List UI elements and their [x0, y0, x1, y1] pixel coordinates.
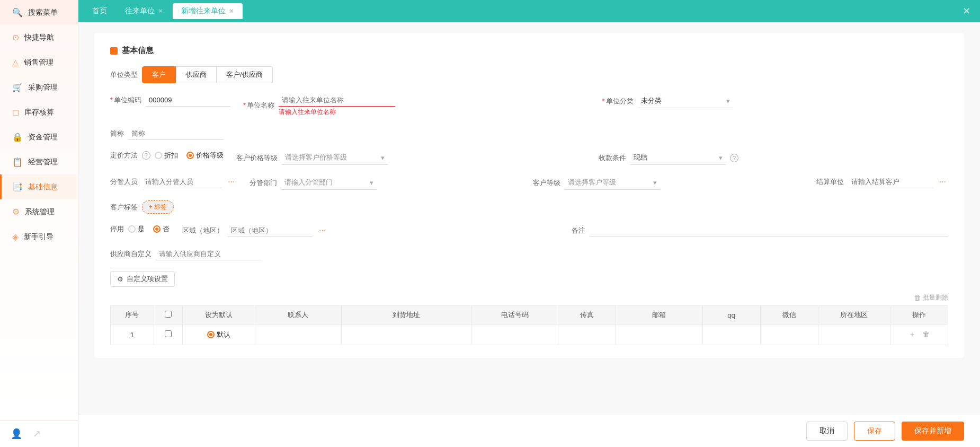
- sidebar-item-guide[interactable]: ◈ 新手引导: [0, 224, 78, 249]
- pricing-level-radio[interactable]: 价格等级: [186, 151, 224, 160]
- short-name-input[interactable]: [128, 127, 224, 140]
- payment-terms-select[interactable]: 现结 ▾: [630, 151, 726, 165]
- manager-more-btn[interactable]: ···: [226, 177, 237, 187]
- chevron-down-icon: ▾: [370, 179, 373, 187]
- sidebar-item-sales[interactable]: △ 销售管理: [0, 50, 78, 75]
- contact-input[interactable]: [261, 331, 336, 339]
- payment-info-icon[interactable]: ?: [730, 154, 738, 162]
- qq-input[interactable]: [708, 331, 755, 339]
- unit-btn-both[interactable]: 客户/供应商: [217, 66, 273, 83]
- unit-category-field: *单位分类 未分类 ▾: [602, 94, 948, 108]
- customer-tag-field: 客户标签 + 标签: [110, 200, 174, 214]
- default-radio-label[interactable]: 默认: [188, 330, 249, 339]
- email-input[interactable]: [621, 331, 697, 339]
- basic-info-icon: 📑: [12, 182, 23, 192]
- sidebar-item-inventory[interactable]: ◻ 库存核算: [0, 100, 78, 125]
- tab-new-counterpart-close[interactable]: ✕: [229, 7, 234, 15]
- chevron-down-icon: ▾: [381, 154, 385, 162]
- disabled-yes-radio[interactable]: 是: [128, 224, 145, 234]
- col-contact: 联系人: [255, 306, 342, 325]
- sidebar-item-label: 新手引导: [24, 232, 54, 242]
- sidebar-item-quick-nav[interactable]: ⊙ 快捷导航: [0, 25, 78, 50]
- sidebar-item-label: 销售管理: [24, 58, 54, 67]
- region-more-btn[interactable]: ···: [317, 226, 328, 235]
- cell-ops: ＋ 🗑: [890, 325, 948, 345]
- add-tag-button[interactable]: + 标签: [142, 200, 174, 214]
- supplier-custom-label: 供应商自定义: [110, 249, 152, 259]
- settlement-more-btn[interactable]: ···: [937, 177, 948, 187]
- sidebar-item-operations[interactable]: 📋 经营管理: [0, 150, 78, 174]
- manager-field: 分管人员 ···: [110, 176, 237, 188]
- sidebar-item-label: 采购管理: [28, 83, 58, 92]
- payment-terms-label: 收款条件: [599, 153, 626, 163]
- radio-circle-level: [186, 152, 194, 159]
- sidebar-item-system[interactable]: ⚙ 系统管理: [0, 199, 78, 224]
- disabled-no-radio[interactable]: 否: [153, 224, 170, 234]
- department-field: 分管部门 请输入分管部门 ▾: [250, 176, 520, 190]
- customer-price-level-label: 客户价格等级: [236, 153, 278, 163]
- tab-counterpart-close[interactable]: ✕: [158, 7, 163, 15]
- save-and-new-button[interactable]: 保存并新增: [902, 422, 964, 441]
- row-checkbox[interactable]: [165, 330, 172, 337]
- save-button[interactable]: 保存: [854, 422, 895, 441]
- disabled-region-row: 停用 是 否 区域（地区） ···: [110, 224, 948, 237]
- manager-label: 分管人员: [110, 177, 138, 187]
- unit-category-label: *单位分类: [602, 97, 634, 106]
- region-table-input[interactable]: [824, 331, 885, 339]
- expand-icon[interactable]: ↗: [33, 428, 41, 440]
- add-row-btn[interactable]: ＋: [906, 329, 918, 340]
- manager-input[interactable]: [142, 176, 221, 188]
- sidebar-item-search[interactable]: 🔍 搜索菜单: [0, 0, 78, 25]
- unit-code-input[interactable]: [146, 94, 230, 107]
- unit-name-field: *单位名称 请输入往来单位名称: [243, 94, 589, 117]
- col-default: 设为默认: [183, 306, 255, 325]
- user-icon[interactable]: 👤: [11, 428, 22, 440]
- custom-settings-button[interactable]: ⚙ 自定义项设置: [110, 271, 175, 287]
- region-field: 区域（地区） ···: [182, 224, 559, 237]
- tab-home[interactable]: 首页: [84, 3, 115, 19]
- tab-counterpart[interactable]: 往来单位 ✕: [117, 3, 172, 19]
- sidebar-item-basic-info[interactable]: 📑 基础信息: [0, 174, 78, 199]
- region-input[interactable]: [228, 224, 313, 237]
- fax-input[interactable]: [564, 331, 610, 339]
- cancel-button[interactable]: 取消: [806, 422, 848, 441]
- col-phone: 电话号码: [471, 306, 558, 325]
- col-address: 到货地址: [342, 306, 471, 325]
- settlement-unit-input[interactable]: [848, 176, 933, 188]
- department-label: 分管部门: [250, 178, 277, 188]
- sidebar-item-purchase[interactable]: 🛒 采购管理: [0, 75, 78, 100]
- search-menu-icon: 🔍: [12, 7, 23, 17]
- wechat-input[interactable]: [766, 331, 813, 339]
- remark-input[interactable]: [590, 224, 948, 237]
- customer-level-select[interactable]: 请选择客户等级 ▾: [565, 176, 660, 190]
- gear-icon: ⚙: [117, 275, 123, 283]
- unit-btn-supplier[interactable]: 供应商: [176, 66, 217, 83]
- unit-btn-customer[interactable]: 客户: [142, 66, 176, 83]
- customer-level-label: 客户等级: [533, 178, 560, 188]
- unit-name-input-wrapper: 请输入往来单位名称: [279, 94, 395, 117]
- short-name-row: 简称: [110, 127, 948, 140]
- delete-row-btn[interactable]: 🗑: [920, 329, 932, 339]
- tabs-close-all[interactable]: ✕: [958, 5, 975, 17]
- unit-type-label: 单位类型: [110, 70, 138, 80]
- chevron-down-icon: ▾: [653, 179, 657, 187]
- contact-table: 序号 设为默认 联系人 到货地址 电话号码 传真 邮箱 qq 微信 所在地区: [110, 305, 948, 345]
- select-all-checkbox[interactable]: [165, 311, 172, 318]
- department-select[interactable]: 请输入分管部门 ▾: [281, 176, 377, 190]
- sidebar-item-label: 基础信息: [28, 182, 58, 192]
- sidebar-item-finance[interactable]: 🔒 资金管理: [0, 125, 78, 150]
- tab-new-counterpart[interactable]: 新增往来单位 ✕: [173, 3, 243, 19]
- sidebar-item-label: 搜索菜单: [28, 8, 58, 17]
- pricing-info-icon[interactable]: ?: [142, 151, 150, 160]
- phone-input[interactable]: [477, 331, 553, 339]
- unit-category-select[interactable]: 未分类 ▾: [638, 94, 733, 108]
- address-input[interactable]: [347, 331, 466, 339]
- batch-delete-label[interactable]: 批量删除: [923, 293, 948, 302]
- unit-type-buttons: 客户 供应商 客户/供应商: [142, 66, 273, 83]
- customer-level-field: 客户等级 请选择客户等级 ▾: [533, 176, 804, 190]
- pricing-discount-radio[interactable]: 折扣: [155, 151, 178, 160]
- table-header-row: 序号 设为默认 联系人 到货地址 电话号码 传真 邮箱 qq 微信 所在地区: [111, 306, 948, 325]
- customer-price-level-select[interactable]: 请选择客户价格等级 ▾: [282, 151, 388, 165]
- unit-name-input[interactable]: [279, 94, 395, 107]
- supplier-custom-input[interactable]: [156, 248, 262, 260]
